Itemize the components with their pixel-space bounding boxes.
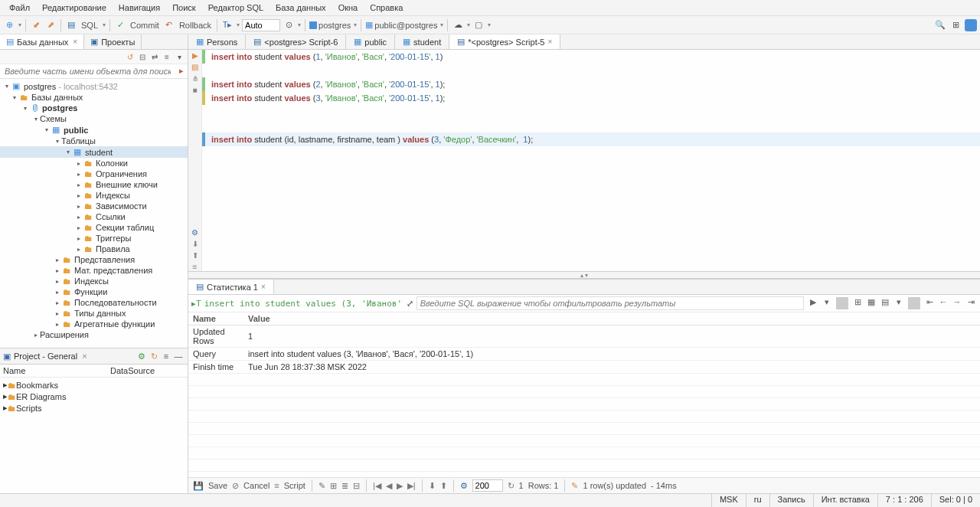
tree-student[interactable]: ▾▦student bbox=[0, 146, 188, 158]
sql-dropdown-icon[interactable]: ▾ bbox=[103, 21, 106, 28]
run-script-icon[interactable]: ▤ bbox=[191, 63, 198, 71]
first-icon[interactable]: ⇤ bbox=[923, 297, 936, 309]
close-icon[interactable]: × bbox=[547, 38, 552, 46]
save-icon[interactable]: 💾 bbox=[193, 481, 204, 491]
rollback-icon[interactable]: ↶ bbox=[163, 19, 175, 31]
menu-icon[interactable]: ≡ bbox=[193, 263, 198, 271]
close-icon[interactable]: × bbox=[261, 283, 266, 291]
proj-item[interactable]: ▸🖿Bookmarks bbox=[0, 379, 188, 391]
run-icon[interactable]: ▶ bbox=[192, 51, 198, 60]
dup-row-icon[interactable]: ≣ bbox=[341, 481, 348, 491]
tree-folder[interactable]: ▸🖿Представления bbox=[0, 254, 188, 265]
next-page-icon[interactable]: ▶ bbox=[397, 481, 403, 491]
perspective-icon[interactable]: ⊞ bbox=[949, 19, 962, 31]
link-icon[interactable]: ⇄ bbox=[149, 51, 160, 62]
connection-selector[interactable]: postgres bbox=[309, 21, 351, 30]
first-page-icon[interactable]: |◀ bbox=[373, 481, 381, 491]
next-icon[interactable]: → bbox=[951, 297, 963, 309]
prev-page-icon[interactable]: ◀ bbox=[386, 481, 392, 491]
menu-help[interactable]: Справка bbox=[365, 2, 407, 14]
import-icon[interactable]: ⬆ bbox=[440, 481, 447, 491]
tab-stats[interactable]: ▤Статистика 1× bbox=[188, 280, 274, 294]
elephant-icon[interactable] bbox=[965, 19, 977, 31]
menu-search[interactable]: Поиск bbox=[168, 2, 200, 14]
tx-confirm-icon[interactable]: ⊙ bbox=[283, 19, 295, 31]
menu-nav[interactable]: Навигация bbox=[114, 2, 165, 14]
tree-folder[interactable]: ▸🖿Ограничения bbox=[0, 168, 188, 179]
tree-folder[interactable]: ▸🖿Индексы bbox=[0, 190, 188, 201]
gear-icon[interactable]: ⚙ bbox=[191, 228, 198, 237]
menu-edit[interactable]: Редактирование bbox=[38, 2, 111, 14]
more-icon[interactable]: ▾ bbox=[893, 297, 905, 309]
rollback-label[interactable]: Rollback bbox=[178, 21, 213, 30]
last-icon[interactable]: ⇥ bbox=[965, 297, 977, 309]
commit-icon[interactable]: ✓ bbox=[114, 19, 126, 31]
tx-mode-icon[interactable]: T▸ bbox=[221, 19, 234, 31]
panels-icon[interactable]: ⊞ bbox=[851, 297, 864, 309]
close-icon[interactable]: × bbox=[82, 352, 87, 361]
tab-persons[interactable]: ▦Persons bbox=[188, 34, 246, 49]
schema-selector[interactable]: ▦public@postgres bbox=[365, 20, 437, 30]
export-icon[interactable]: ⬇ bbox=[192, 240, 198, 248]
text-icon[interactable]: ▤ bbox=[879, 297, 891, 309]
open-icon[interactable]: ▢ bbox=[472, 19, 485, 31]
tree-databases[interactable]: ▾🖿Базы данных bbox=[0, 92, 188, 103]
nav-search-input[interactable] bbox=[0, 64, 175, 78]
stop-icon[interactable]: ■ bbox=[192, 86, 197, 94]
tree-folder[interactable]: ▸🖿Агрегатные функции bbox=[0, 319, 188, 329]
gear-icon[interactable]: ⚙ bbox=[136, 350, 148, 362]
del-row-icon[interactable]: ⊟ bbox=[353, 481, 360, 491]
explain-icon[interactable]: ⋔ bbox=[192, 74, 198, 83]
cloud-icon[interactable]: ☁ bbox=[452, 19, 464, 31]
tree-db-postgres[interactable]: ▾🛢postgres bbox=[0, 103, 188, 113]
sql-label[interactable]: SQL bbox=[80, 21, 100, 30]
tab-public[interactable]: ▦public bbox=[346, 34, 395, 49]
search-icon[interactable]: 🔍 bbox=[934, 19, 946, 31]
tab-databases[interactable]: ▤ Базы данных × bbox=[0, 34, 84, 49]
tree-folder[interactable]: ▸🖿Индексы bbox=[0, 276, 188, 286]
tab-student[interactable]: ▦student bbox=[395, 34, 449, 49]
tree-folder[interactable]: ▸🖿Мат. представления bbox=[0, 265, 188, 276]
proj-item[interactable]: ▸🖿Scripts bbox=[0, 402, 188, 414]
search-go-icon[interactable]: ▸ bbox=[175, 64, 188, 77]
tab-script5[interactable]: ▤*<postgres> Script-5× bbox=[449, 34, 560, 49]
splitter[interactable]: ▴ ▾ bbox=[188, 271, 980, 279]
tree-folder[interactable]: ▸🖿Последовательности bbox=[0, 297, 188, 308]
proj-item[interactable]: ▸🖿ER Diagrams bbox=[0, 391, 188, 402]
results-grid[interactable]: NameValue Updated Rows1 Queryinsert into… bbox=[188, 312, 980, 477]
tree-folder[interactable]: ▸🖿Секции таблиц bbox=[0, 222, 188, 233]
tree-folder[interactable]: ▸Расширения bbox=[0, 329, 188, 340]
tab-script6[interactable]: ▤<postgres> Script-6 bbox=[246, 34, 346, 49]
commit-label[interactable]: Commit bbox=[129, 21, 161, 30]
sql-script-icon[interactable]: ▤ bbox=[65, 19, 77, 31]
menu-file[interactable]: Файл bbox=[5, 2, 34, 14]
new-connection-icon[interactable]: ⊕ bbox=[3, 19, 15, 31]
tree-folder[interactable]: ▸🖿Колонки bbox=[0, 158, 188, 168]
tab-projects[interactable]: ▣ Проекты bbox=[84, 34, 142, 49]
tree-public[interactable]: ▾▦public bbox=[0, 124, 188, 136]
sql-editor[interactable]: insert into student values (1, 'Иванов',… bbox=[202, 50, 980, 271]
add-row-icon[interactable]: ⊞ bbox=[330, 481, 337, 491]
minimize-icon[interactable]: — bbox=[172, 350, 185, 362]
project-title[interactable]: ▣ Project - General × bbox=[3, 352, 136, 361]
menu-sql[interactable]: Редактор SQL bbox=[204, 2, 268, 14]
tree-folder[interactable]: ▸🖿Внешние ключи bbox=[0, 179, 188, 190]
tree-folder[interactable]: ▸🖿Правила bbox=[0, 244, 188, 254]
refresh-icon[interactable]: ↺ bbox=[125, 51, 136, 62]
refresh-icon[interactable]: ↻ bbox=[148, 350, 160, 362]
new-conn-dropdown-icon[interactable]: ▾ bbox=[18, 21, 21, 28]
tree-folder[interactable]: ▸🖿Функции bbox=[0, 286, 188, 297]
last-page-icon[interactable]: ▶| bbox=[407, 481, 416, 491]
autocommit-input[interactable] bbox=[242, 19, 280, 31]
settings-icon[interactable]: ≡ bbox=[160, 350, 172, 362]
filter-input[interactable] bbox=[416, 296, 804, 310]
gear-icon[interactable]: ⚙ bbox=[460, 481, 468, 491]
import-icon[interactable]: ⬆ bbox=[192, 251, 198, 260]
tree-folder[interactable]: ▸🖿Ссылки bbox=[0, 211, 188, 222]
tree-tables[interactable]: ▾Таблицы bbox=[0, 136, 188, 146]
apply-icon[interactable]: ▶ bbox=[807, 297, 819, 309]
edit-icon[interactable]: ✎ bbox=[318, 481, 325, 491]
script-icon[interactable]: ≡ bbox=[274, 481, 279, 490]
menu-db[interactable]: База данных bbox=[271, 2, 331, 14]
record-icon[interactable]: ▦ bbox=[865, 297, 877, 309]
